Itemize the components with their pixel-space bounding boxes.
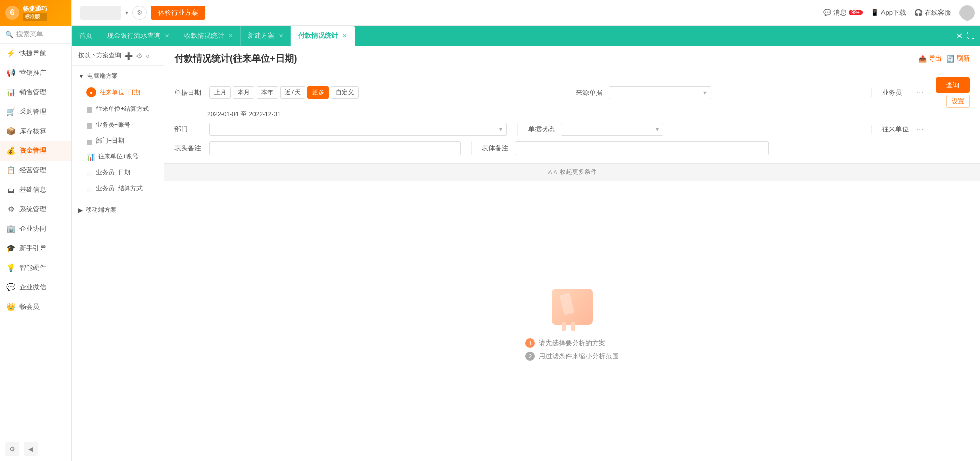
sidebar-item-marketing[interactable]: 📢 营销推广 <box>0 63 71 83</box>
tabbar: 首页 现金银行流水查询 ✕ 收款情况统计 ✕ 新建方案 ✕ 付款情况统计 ✕ ✕… <box>72 26 980 46</box>
tab-payment-stats-label: 付款情况统计 <box>298 31 338 41</box>
sidebar-item-weixin[interactable]: 💬 企业微信 <box>0 277 71 297</box>
headset-icon: 🎧 <box>914 9 923 16</box>
doc-status-label: 单据状态 <box>528 125 557 134</box>
tab-new-scheme-close[interactable]: ✕ <box>279 33 283 39</box>
tab-bank-flow[interactable]: 现金银行流水查询 ✕ <box>100 26 177 46</box>
tab-bank-flow-close[interactable]: ✕ <box>165 33 169 39</box>
party-dots[interactable]: ··· <box>917 125 924 134</box>
tab-receivables[interactable]: 收款情况统计 ✕ <box>177 26 241 46</box>
logo-icon: 6 <box>5 6 19 20</box>
scheme-item-party-settle[interactable]: ▦ 往来单位+结算方式 <box>72 101 164 117</box>
query-btn[interactable]: 查询 <box>936 77 970 93</box>
scheme-collapse-btn[interactable]: « <box>146 52 150 60</box>
page-header: 付款情况统计(往来单位+日期) 📤 导出 🔄 刷新 <box>164 46 980 70</box>
tab-receivables-label: 收款情况统计 <box>184 31 224 41</box>
scheme-item-label: 业务员+结算方式 <box>96 184 143 193</box>
sidebar-item-operations[interactable]: 📋 经营管理 <box>0 161 71 180</box>
sidebar-collapse-btn[interactable]: ◀ <box>24 442 38 456</box>
sidebar-item-hardware[interactable]: 💡 智能硬件 <box>0 258 71 277</box>
sidebar-item-label: 企业微信 <box>19 283 46 292</box>
date-btn-more[interactable]: 更多 <box>307 86 329 99</box>
date-btn-this-month[interactable]: 本月 <box>233 86 254 99</box>
sidebar-item-label: 智能硬件 <box>19 263 46 272</box>
system-icon: ⚙ <box>6 205 15 214</box>
scheme-item-staff-settle[interactable]: ▦ 业务员+结算方式 <box>72 181 164 196</box>
source-select[interactable]: ▾ <box>609 86 711 99</box>
scheme-item-label: 部门+日期 <box>96 136 124 145</box>
tab-receivables-close[interactable]: ✕ <box>228 33 233 39</box>
messages-badge: 99+ <box>849 10 863 15</box>
online-service-label: 在线客服 <box>925 8 951 17</box>
desktop-scheme-group-title[interactable]: ▼ 电脑端方案 <box>72 69 164 84</box>
date-btn-last-month[interactable]: 上月 <box>209 86 231 99</box>
page-header-actions: 📤 导出 🔄 刷新 <box>918 54 970 63</box>
scheme-item-staff-date[interactable]: ▦ 业务员+日期 <box>72 165 164 181</box>
empty-box-shine <box>559 293 575 315</box>
scheme-item-dept-date[interactable]: ▦ 部门+日期 <box>72 133 164 149</box>
online-service-btn[interactable]: 🎧 在线客服 <box>914 8 951 17</box>
sidebar-item-quick-nav[interactable]: ⚡ 快捷导航 <box>0 44 71 63</box>
sidebar-item-guide[interactable]: 🎓 新手引导 <box>0 238 71 258</box>
scheme-item-staff-account[interactable]: ▦ 业务员+账号 <box>72 117 164 133</box>
tab-new-scheme[interactable]: 新建方案 ✕ <box>241 26 291 46</box>
topnav-settings-btn[interactable]: ⚙ <box>132 6 147 20</box>
tab-payment-stats-close[interactable]: ✕ <box>342 33 347 39</box>
left-panel: 按以下方案查询 ➕ ⚙ « ▼ 电脑端方案 ● 往来单位+日期 ▦ <box>72 46 164 461</box>
filter-col-header-note: 表头备注 <box>174 141 471 155</box>
date-btn-this-year[interactable]: 本年 <box>257 86 278 99</box>
trial-btn[interactable]: 体验行业方案 <box>151 6 205 20</box>
hardware-icon: 💡 <box>6 263 15 272</box>
source-label: 来源单据 <box>576 88 604 97</box>
scheme-item-party-date[interactable]: ● 往来单位+日期 <box>72 84 164 101</box>
search-menu[interactable]: 🔍 搜索菜单 <box>0 26 71 44</box>
collapse-label: 收起更多条件 <box>560 168 597 175</box>
sidebar-item-inventory[interactable]: 📦 库存核算 <box>0 122 71 141</box>
phone-icon: 📱 <box>871 9 879 16</box>
tabbar-close-btn[interactable]: ✕ <box>956 31 963 41</box>
tab-payment-stats[interactable]: 付款情况统计 ✕ <box>291 26 355 46</box>
tab-home[interactable]: 首页 <box>72 26 100 46</box>
tabbar-expand-btn[interactable]: ⛶ <box>967 31 975 41</box>
sidebar-item-funds[interactable]: 💰 资金管理 <box>0 141 71 161</box>
scheme-item-label: 往来单位+日期 <box>100 88 140 97</box>
user-avatar[interactable] <box>959 5 975 21</box>
header-note-input[interactable] <box>209 141 461 155</box>
export-btn[interactable]: 📤 导出 <box>918 54 942 63</box>
doc-status-select[interactable]: ▾ <box>561 123 663 136</box>
sidebar-item-purchase[interactable]: 🛒 采购管理 <box>0 102 71 122</box>
messages-btn[interactable]: 💬 消息 99+ <box>823 8 863 17</box>
sidebar-item-sales[interactable]: 📊 销售管理 <box>0 83 71 102</box>
sidebar-settings-btn[interactable]: ⚙ <box>5 442 19 456</box>
scheme-item-party-account[interactable]: 📊 往来单位+账号 <box>72 149 164 165</box>
staff-dots[interactable]: ··· <box>917 88 924 97</box>
filter-area: 单据日期 上月 本月 本年 近7天 更多 自定义 来源单据 <box>164 70 980 163</box>
scheme-icon: ▦ <box>86 185 93 193</box>
sidebar-item-enterprise[interactable]: 🏢 企业协同 <box>0 219 71 238</box>
sidebar-item-member[interactable]: 👑 畅会员 <box>0 297 71 316</box>
refresh-btn[interactable]: 🔄 刷新 <box>946 54 970 63</box>
company-dropdown[interactable]: ▾ <box>125 9 128 16</box>
filter-settings-link[interactable]: 设置 <box>946 95 970 108</box>
empty-state: 1 请先选择要分析的方案 2 用过滤条件来缩小分析范围 <box>164 181 980 461</box>
chevron-down-icon: ▼ <box>78 73 84 80</box>
sidebar-item-basic-info[interactable]: 🗂 基础信息 <box>0 180 71 199</box>
collapse-bar[interactable]: ∧∧ 收起更多条件 <box>164 163 980 181</box>
scheme-settings-btn[interactable]: ⚙ <box>136 52 143 60</box>
add-scheme-btn[interactable]: ➕ <box>124 52 133 60</box>
scheme-item-label: 业务员+账号 <box>96 121 130 129</box>
sidebar-item-system[interactable]: ⚙ 系统管理 <box>0 199 71 219</box>
date-btn-custom[interactable]: 自定义 <box>331 86 359 99</box>
sidebar-item-label: 基础信息 <box>19 185 46 194</box>
date-btn-7days[interactable]: 近7天 <box>280 86 305 99</box>
mobile-scheme-group-title[interactable]: ▶ 移动端方案 <box>72 203 164 217</box>
hint-text-2: 用过滤条件来缩小分析范围 <box>539 352 619 361</box>
purchase-icon: 🛒 <box>6 107 15 116</box>
scheme-item-label: 往来单位+结算方式 <box>96 105 149 113</box>
right-content: 付款情况统计(往来单位+日期) 📤 导出 🔄 刷新 <box>164 46 980 461</box>
body-note-input[interactable] <box>515 141 768 155</box>
inventory-icon: 📦 <box>6 127 15 136</box>
app-download-btn[interactable]: 📱 App下载 <box>871 8 906 17</box>
sidebar-item-label: 快捷导航 <box>19 49 46 58</box>
dept-select[interactable]: ▾ <box>209 123 507 136</box>
